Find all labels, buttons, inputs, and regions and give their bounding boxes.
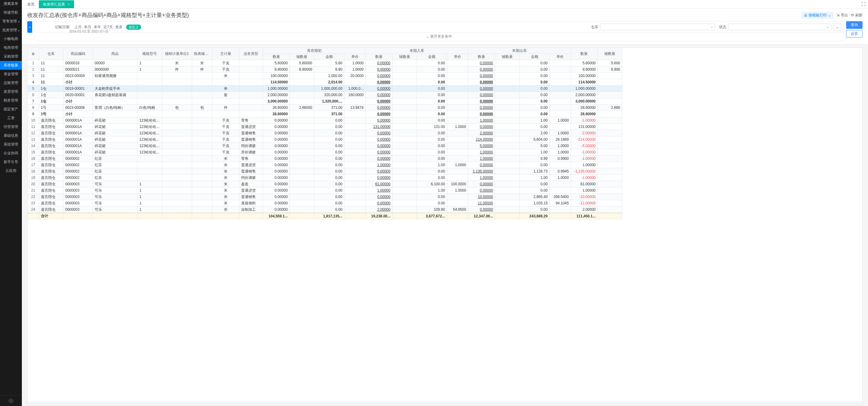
th-sub-1-0[interactable]: 数量 (366, 54, 393, 60)
table-row[interactable]: 23嘉言陪仓0000003可乐1米直接领料0.000000.000.000000… (28, 200, 622, 206)
refresh-icon: ⟳ (851, 13, 854, 17)
th-qty[interactable]: 数量 (571, 48, 598, 60)
th-sub-1-2[interactable]: 金额 (417, 54, 447, 60)
sidebar-item-14[interactable]: 基础信息 (0, 131, 22, 140)
table-row[interactable]: 51仓0019-00001大金刚菩提手串串1,000.000001,000,00… (28, 86, 622, 92)
th-group-out: 本期出库 (468, 48, 571, 54)
sidebar-item-3[interactable]: 小畅电商 (0, 35, 22, 43)
th-doc-unit[interactable]: 报表辅单位 (192, 48, 212, 60)
table-row[interactable]: 24嘉言陪仓0000003可乐1米自制加工0.000000.002.000001… (28, 206, 622, 213)
th-warehouse[interactable]: 仓库 (39, 48, 64, 60)
column-settings-button[interactable]: ⚙ (28, 48, 39, 60)
table-row[interactable]: 61仓0020-00001青花瓷U盘钥匙客袋套2,000.00000320,00… (28, 92, 622, 98)
status-extra[interactable]: ⌄ (833, 24, 842, 30)
th-sub-0-2[interactable]: 金额 (314, 54, 344, 60)
filter-date-label: 记账日期 (55, 25, 69, 30)
table-row[interactable]: 81号0023-00008富潤（白色/纯棉）白色/纯棉包包件26.600002.… (28, 105, 622, 111)
th-sub-0-1[interactable]: 辅数量 (290, 54, 314, 60)
sidebar-item-5[interactable]: 采购管理 (0, 52, 22, 61)
table-row[interactable]: 19嘉言陪仓0000002红茶米同价调拨0.000000.000.000000.… (28, 175, 622, 181)
sidebar-item-13[interactable]: 经营管理 (0, 123, 22, 131)
sidebar-item-9[interactable]: 发票管理 (0, 87, 22, 96)
th-sub-1-1[interactable]: 辅数量 (393, 54, 417, 60)
th-sub-2-0[interactable]: 数量 (468, 54, 495, 60)
custom-date-pill[interactable]: 自定义 (126, 25, 141, 30)
footer-row: 合计 104,559.1...1,817,135... 19,238.00...… (28, 213, 622, 219)
sidebar-item-11[interactable]: 固定资产 (0, 105, 22, 114)
refresh-button[interactable]: ⟳ 刷新 (851, 13, 863, 18)
sidebar-item-17[interactable]: 新手引导 (0, 158, 22, 166)
export-button[interactable]: ⇲ 导出 (836, 13, 848, 18)
sidebar-settings[interactable] (0, 395, 22, 406)
date-quick-1[interactable]: 本月 (84, 25, 91, 30)
th-spec[interactable]: 规格型号 (137, 48, 162, 60)
settings-button[interactable]: 设置 (846, 30, 863, 38)
th-code[interactable]: 商品编码 (63, 48, 93, 60)
table-row[interactable]: 11嘉言陪仓0000001A碎花裙123哈哈哈...千克普通进货0.000000… (28, 124, 622, 130)
table-row[interactable]: 211000002100000001件件千克8.900008.900008.90… (28, 66, 622, 73)
expand-filters[interactable]: ⌄ 展开更多条件 (35, 33, 844, 41)
table-row[interactable]: 21嘉言陪仓0000003可乐1米普通进货0.000000.001.000001… (28, 188, 622, 194)
collapse-filter-button[interactable]: » (27, 21, 32, 33)
table-row[interactable]: 18嘉言陪仓0000002红茶米普通销售0.000000.000.000000.… (28, 168, 622, 175)
fullscreen-button[interactable]: ⛶ (859, 1, 868, 8)
table-row[interactable]: 10嘉言陪仓0000001A碎花裙123哈哈哈...千克零售0.000000.0… (28, 117, 622, 124)
sidebar-item-16[interactable]: 企业协同 (0, 149, 22, 158)
th-aux-unit[interactable]: 辅助计量单位1 (162, 48, 192, 60)
th-sub-2-3[interactable]: 单价 (550, 54, 571, 60)
date-quick-3[interactable]: 近7天 (103, 25, 113, 30)
table-row[interactable]: 22嘉言陪仓0000003可乐1米普通销售0.000000.000.000000… (28, 194, 622, 200)
table-row[interactable]: 411小计114.500002,014.500.000000.000.00000… (28, 79, 622, 86)
sidebar-item-2[interactable]: 批发管理 (0, 26, 22, 35)
th-sub-0-0[interactable]: 数量 (263, 54, 290, 60)
sidebar-item-4[interactable]: 电商管理 (0, 43, 22, 52)
date-quick-4[interactable]: 更多 (115, 25, 123, 30)
th-aux-qty[interactable]: 辅数量 (598, 48, 622, 60)
sidebar-item-7[interactable]: 资金管理 (0, 70, 22, 78)
sidebar-item-10[interactable]: 税务管理 (0, 96, 22, 105)
sidebar-item-8[interactable]: 总账管理 (0, 78, 22, 87)
th-sub-2-1[interactable]: 辅数量 (495, 54, 520, 60)
th-product[interactable]: 商品 (93, 48, 138, 60)
table-row[interactable]: 16嘉言陪仓0000002红茶米零售0.000000.000.000000.00… (28, 156, 622, 162)
sidebar-item-6[interactable]: 库存核算 (0, 61, 22, 70)
close-icon[interactable]: × (68, 2, 69, 6)
table-row[interactable]: 12嘉言陪仓0000001A碎花裙123哈哈哈...千克普通销售0.000000… (28, 130, 622, 136)
th-group-in: 本期入库 (366, 48, 468, 54)
tab-label: 收发存汇总表 (43, 2, 65, 6)
tab-summary[interactable]: 收发存汇总表 × (39, 0, 74, 8)
sidebar-search[interactable]: 搜索菜单 (1, 1, 21, 6)
table-row[interactable]: 14嘉言陪仓0000001A碎花裙123哈哈哈...千克同价调拨0.000000… (28, 143, 622, 149)
chevron-down-icon: ⌄ (426, 34, 430, 38)
caret-down-icon: ⌄ (828, 13, 831, 17)
data-table: ⚙ 仓库 商品编码 商品 规格型号 辅助计量单位1 报表辅单位 主计量 业务类型… (27, 47, 863, 406)
th-sub-1-3[interactable]: 单价 (447, 54, 468, 60)
th-main-unit[interactable]: 主计量 (212, 48, 239, 60)
table-row[interactable]: 17嘉言陪仓0000002红茶米普通进货0.000000.001.000001.… (28, 162, 622, 168)
date-quick-0[interactable]: 上月 (74, 25, 82, 30)
table-row[interactable]: 20嘉言陪仓0000003可乐1米盘盈0.000000.0061.000006,… (28, 181, 622, 188)
table-row[interactable]: 1110000016000001米米千克5.600005.600005.601.… (28, 60, 622, 66)
sidebar-item-12[interactable]: 工资 (0, 114, 22, 123)
status-select[interactable] (728, 24, 831, 30)
horizontal-scrollbar[interactable] (28, 401, 862, 406)
print-button[interactable]: 🖨 按模板打印 ⌄ (801, 12, 833, 19)
th-biz-type[interactable]: 业务类型 (239, 48, 263, 60)
page-title: 收发存汇总表(按仓库+商品编码+商品+规格型号+主计量+业务类型) (27, 11, 189, 19)
table-row[interactable]: 3110023-00009软硬通用测撒米100.000002,000.0020.… (28, 73, 622, 79)
tab-home[interactable]: 首页 (23, 0, 39, 8)
table-row[interactable]: 71仓小计3,000.000001,320,000....0.000000.00… (28, 98, 622, 105)
sidebar-item-0[interactable]: 快捷导航 (0, 8, 22, 17)
sidebar-item-15[interactable]: 系统管理 (0, 140, 22, 149)
th-sub-0-3[interactable]: 单价 (344, 54, 366, 60)
sidebar-item-18[interactable]: 云应用 (0, 166, 22, 175)
table-row[interactable]: 91号小计26.60000371.000.000000.000.000000.0… (28, 111, 622, 117)
table-row[interactable]: 13嘉言陪仓0000001A碎花裙123哈哈哈...千克普通销售0.000000… (28, 136, 622, 143)
sidebar-item-1[interactable]: 零售管理 (0, 17, 22, 26)
warehouse-select[interactable] (600, 24, 715, 30)
table-row[interactable]: 15嘉言陪仓0000001A碎花裙123哈哈哈...千克异价调拨0.000000… (28, 149, 622, 156)
search-button[interactable]: 查询 (846, 21, 863, 29)
th-group-opening: 库存期初 (263, 48, 366, 54)
th-sub-2-2[interactable]: 金额 (520, 54, 550, 60)
date-quick-2[interactable]: 本年 (94, 25, 101, 30)
